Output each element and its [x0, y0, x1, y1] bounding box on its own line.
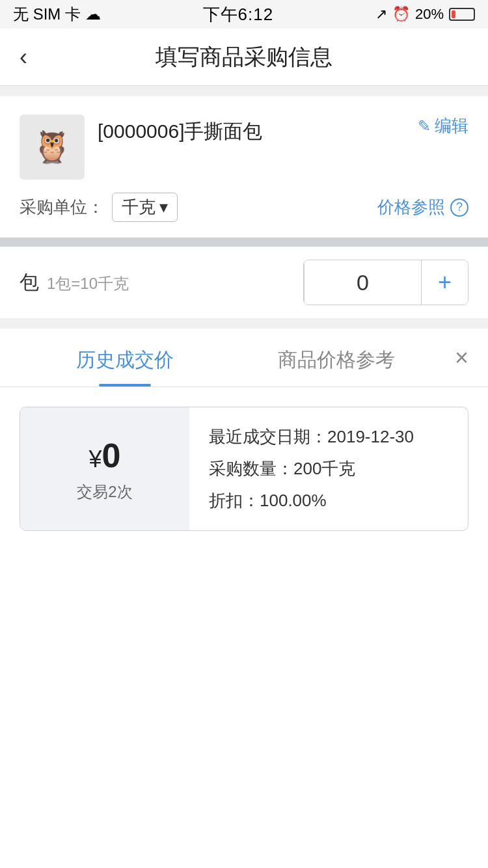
dropdown-arrow-icon: ▾: [159, 197, 168, 217]
tabs-close-button[interactable]: ×: [442, 333, 468, 383]
purchase-unit-label: 采购单位：: [20, 196, 104, 219]
section-divider: [0, 237, 488, 247]
quantity-value: 200千克: [293, 459, 355, 478]
tab-history-price[interactable]: 历史成交价: [20, 329, 230, 387]
quantity-section: 包 1包=10千克 0 +: [0, 247, 488, 318]
quantity-conversion-label: 1包=10千克: [47, 273, 129, 294]
card-price: ¥0: [89, 436, 121, 475]
history-content: ¥0 交易2次 最近成交日期：2019-12-30 采购数量：200千克 折扣：…: [0, 387, 488, 550]
battery-icon: [449, 8, 475, 21]
card-price-section: ¥0 交易2次: [20, 407, 189, 530]
price-symbol: ¥: [89, 446, 102, 472]
product-logo-icon: 🦉: [33, 129, 72, 165]
price-value: 0: [102, 437, 121, 474]
product-thumbnail: 🦉: [20, 115, 85, 180]
status-left: 无 SIM 卡 ☁: [13, 4, 101, 25]
status-right: ↗ ⏰ 20%: [375, 6, 475, 23]
edit-button[interactable]: ✎ 编辑: [418, 115, 468, 137]
quantity-unit-label: 包: [20, 269, 39, 296]
product-header: 🦉 [0000006]手撕面包 ✎ 编辑: [20, 115, 468, 180]
price-ref-label: 价格参照: [377, 196, 445, 219]
bottom-space: [0, 550, 488, 868]
battery-percent: 20%: [415, 6, 444, 23]
purchase-unit-left: 采购单位： 千克 ▾: [20, 193, 178, 222]
purchase-unit-row: 采购单位： 千克 ▾ 价格参照 ?: [20, 193, 468, 222]
price-reference-link[interactable]: 价格参照 ?: [377, 196, 468, 219]
location-icon: ↗: [375, 6, 387, 23]
quantity-input[interactable]: 0: [304, 260, 421, 305]
history-card: ¥0 交易2次 最近成交日期：2019-12-30 采购数量：200千克 折扣：…: [20, 407, 468, 531]
tabs-section: 历史成交价 商品价格参考 ×: [0, 329, 488, 387]
card-details-section: 最近成交日期：2019-12-30 采购数量：200千克 折扣：100.00%: [189, 407, 468, 530]
help-icon: ?: [450, 198, 468, 217]
page-title: 填写商品采购信息: [156, 42, 332, 72]
nav-bar: ‹ 填写商品采购信息: [0, 29, 488, 86]
discount-label: 折扣：: [209, 491, 260, 510]
recent-date-label: 最近成交日期：: [209, 427, 327, 446]
quantity-label: 包 1包=10千克: [20, 269, 129, 296]
product-section: 🦉 [0000006]手撕面包 ✎ 编辑 采购单位： 千克 ▾ 价格参照 ?: [0, 96, 488, 237]
back-button[interactable]: ‹: [20, 44, 27, 71]
card-recent-date-row: 最近成交日期：2019-12-30: [209, 426, 448, 448]
unit-value: 千克: [122, 196, 156, 219]
tabs-header: 历史成交价 商品价格参考 ×: [0, 329, 488, 387]
card-discount-row: 折扣：100.00%: [209, 489, 448, 512]
product-name: [0000006]手撕面包: [98, 115, 262, 145]
recent-date-value: 2019-12-30: [327, 427, 414, 446]
card-quantity-row: 采购数量：200千克: [209, 457, 448, 480]
unit-dropdown[interactable]: 千克 ▾: [112, 193, 178, 222]
quantity-plus-button[interactable]: +: [421, 260, 468, 305]
edit-icon: ✎: [418, 117, 431, 135]
card-transactions: 交易2次: [77, 481, 132, 502]
product-info-left: 🦉 [0000006]手撕面包: [20, 115, 262, 180]
tab-product-price-ref[interactable]: 商品价格参考: [230, 329, 441, 387]
status-bar: 无 SIM 卡 ☁ 下午6:12 ↗ ⏰ 20%: [0, 0, 488, 29]
alarm-icon: ⏰: [392, 6, 410, 23]
quantity-control: 0 +: [303, 260, 468, 305]
sim-wifi-label: 无 SIM 卡 ☁: [13, 4, 101, 25]
edit-label: 编辑: [435, 115, 468, 137]
status-time: 下午6:12: [203, 3, 274, 26]
discount-value: 100.00%: [260, 491, 327, 510]
quantity-label: 采购数量：: [209, 459, 293, 478]
